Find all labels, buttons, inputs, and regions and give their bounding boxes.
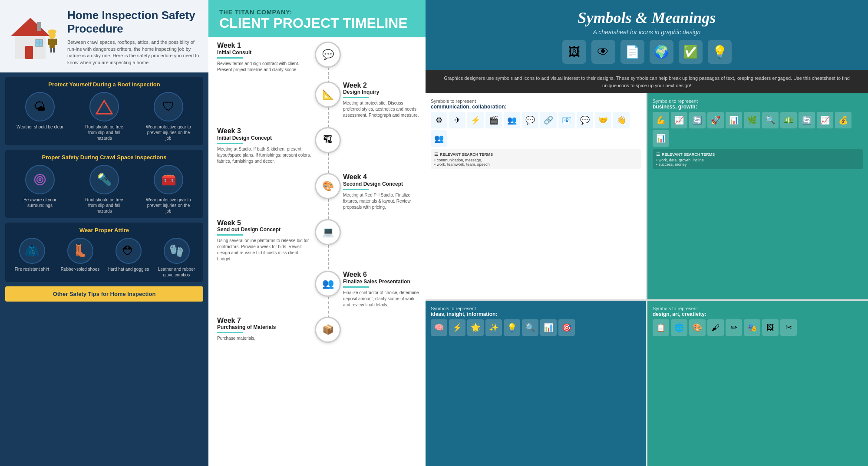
week-7-desc: Purchase materials, bbox=[217, 335, 313, 341]
icon-gloves: 🧤 Leather and rubber glove combos bbox=[154, 238, 199, 278]
week-3-circle: 🏗 bbox=[315, 127, 341, 153]
week-7-title: Week 7 bbox=[217, 317, 313, 325]
timeline-container: Week 1 Initial Consult Review terms and … bbox=[217, 37, 417, 351]
comm-icon-9: 💬 bbox=[577, 112, 593, 128]
week-3-bar bbox=[217, 143, 243, 144]
svg-marker-15 bbox=[96, 101, 112, 114]
week-7-row: Week 7 Purchasing of Materials Purchase … bbox=[217, 317, 417, 343]
design-icon-2: 🌐 bbox=[671, 319, 687, 336]
biz-search-box: RELEVANT SEARCH TERMS • work, data, grow… bbox=[653, 149, 863, 169]
week-7-center: 📦 bbox=[313, 317, 343, 343]
section-roof: Protect Yourself During a Roof Inspectio… bbox=[5, 77, 203, 145]
icon-toolbox: 🧰 Wear protective gear to prevent injuri… bbox=[145, 165, 192, 214]
design-icon-1: 📋 bbox=[653, 319, 669, 336]
comm-search-title: RELEVANT SEARCH TERMS bbox=[434, 152, 637, 157]
weather-icon-circle: 🌤 bbox=[25, 92, 55, 121]
week-1-title: Week 1 bbox=[217, 42, 313, 49]
section-roof-title: Protect Yourself During a Roof Inspectio… bbox=[10, 81, 199, 88]
comm-icon-1: ⚙ bbox=[431, 112, 447, 128]
week-7-circle: 📦 bbox=[315, 317, 341, 343]
symbols-top-icon-5: ✅ bbox=[679, 40, 703, 64]
comm-search-term-1: • communication, message, bbox=[434, 158, 637, 162]
week-5-desc: Using several online platforms to releas… bbox=[217, 238, 313, 262]
shoes-icon-circle: 👢 bbox=[67, 238, 93, 264]
week-3-row: Week 3 Initial Design Concept Meeting at… bbox=[217, 127, 417, 164]
week-6-title: Week 6 bbox=[343, 271, 421, 279]
symbols-top-icon-1: 🖼 bbox=[562, 40, 586, 64]
section-attire-title: Wear Proper Attire bbox=[10, 227, 199, 233]
icon-flashlight: 🔦 Roof should be free from slip-and-fall… bbox=[80, 165, 128, 214]
panel1-header-text: Home Inspection Safety Procedure Between… bbox=[67, 9, 200, 66]
panel1-subtitle: Between crawl spaces, rooftops, attics, … bbox=[67, 39, 200, 66]
shirt-icon-label: Fire resistant shirt bbox=[15, 266, 49, 272]
protection-icon-circle: 🛡 bbox=[154, 92, 183, 121]
week-2-center: 📐 bbox=[313, 82, 343, 108]
timeline-title: CLIENT PROJECT TIMELINE bbox=[219, 16, 415, 31]
quadrant-design-icons: 📋 🌐 🎨 🖌 ✏ 🎭 🖼 ✂ bbox=[653, 319, 863, 336]
week-5-bar bbox=[217, 234, 243, 236]
biz-icon-3: 🔄 bbox=[689, 112, 706, 128]
svg-marker-1 bbox=[11, 18, 50, 36]
week-4-bar bbox=[343, 189, 369, 190]
week-1-row: Week 1 Initial Consult Review terms and … bbox=[217, 42, 417, 73]
ideas-icon-5: 💡 bbox=[504, 319, 520, 336]
symbols-subtitle: A cheatsheet for icons in graphic design bbox=[436, 29, 857, 36]
week-1-desc: Review terms and sign contract with clie… bbox=[217, 61, 313, 73]
design-icon-6: 🎭 bbox=[744, 319, 760, 336]
timeline-company: THE TITAN COMPANY: bbox=[219, 9, 415, 16]
ideas-icon-8: 🎯 bbox=[558, 319, 575, 336]
icon-protection: 🛡 Wear protective gear to prevent injuri… bbox=[145, 92, 192, 141]
week-5-center: 💻 bbox=[313, 219, 343, 245]
surroundings-icon-label: Be aware of your surroundings bbox=[16, 197, 64, 208]
quadrant-communication: Symbols to represent communication, coll… bbox=[426, 93, 646, 299]
weather-icon-label: Weather should be clear bbox=[17, 124, 63, 130]
roof-icon-label: Roof should be free from slip-and-fall h… bbox=[80, 124, 128, 141]
week-4-sub: Second Design Concept bbox=[343, 181, 421, 187]
svg-rect-12 bbox=[53, 48, 55, 53]
panel2-content: Week 1 Initial Consult Review terms and … bbox=[208, 37, 426, 466]
svg-rect-6 bbox=[37, 22, 41, 31]
biz-icon-5: 📊 bbox=[726, 112, 742, 128]
svg-point-19 bbox=[39, 179, 41, 180]
biz-search-title: RELEVANT SEARCH TERMS bbox=[656, 152, 859, 157]
biz-icon-8: 💵 bbox=[780, 112, 797, 128]
week-4-circle: 🎨 bbox=[315, 173, 341, 199]
week-5-circle: 💻 bbox=[315, 219, 341, 245]
toolbox-icon-label: Wear protective gear to prevent injuries… bbox=[145, 197, 192, 214]
shirt-icon-circle: 🧥 bbox=[19, 238, 45, 264]
comm-icon-11: 👋 bbox=[613, 112, 630, 128]
comm-icon-10: 🤝 bbox=[595, 112, 611, 128]
week-6-center: 👥 bbox=[313, 271, 343, 297]
panel2-header: THE TITAN COMPANY: CLIENT PROJECT TIMELI… bbox=[208, 0, 426, 37]
biz-icon-6: 🌿 bbox=[744, 112, 760, 128]
ideas-icon-7: 📊 bbox=[540, 319, 557, 336]
week-6-row: 👥 Week 6 Finalize Sales Presentation Fin… bbox=[217, 271, 417, 308]
week-1-sub: Initial Consult bbox=[217, 49, 313, 56]
section-crawl-icons: Be aware of your surroundings 🔦 Roof sho… bbox=[10, 165, 199, 214]
week-7-sub: Purchasing of Materials bbox=[217, 324, 313, 330]
week-5-row: Week 5 Send out Design Concept Using sev… bbox=[217, 219, 417, 263]
quadrant-ideas: Symbols to represent ideas, insight, inf… bbox=[426, 301, 646, 466]
panel3-grid: Symbols to represent communication, coll… bbox=[426, 93, 868, 466]
biz-icon-1: 💪 bbox=[653, 112, 669, 128]
comm-icon-12: 👥 bbox=[431, 130, 447, 147]
quadrant-design-bold: design, art, creativity: bbox=[653, 311, 863, 317]
week-4-center: 🎨 bbox=[313, 173, 343, 199]
biz-search-term-1: • work, data, growth, incline bbox=[656, 158, 859, 162]
week-2-desc: Meeting at project site. Discuss preferr… bbox=[343, 100, 421, 118]
ideas-icon-2: ⚡ bbox=[449, 319, 465, 336]
comm-search-box: RELEVANT SEARCH TERMS • communication, m… bbox=[431, 149, 641, 169]
flashlight-icon-label: Roof should be free from slip-and-fall h… bbox=[80, 197, 128, 214]
week-7-left: Week 7 Purchasing of Materials Purchase … bbox=[217, 317, 313, 342]
comm-icon-6: 💬 bbox=[522, 112, 538, 128]
biz-search-term-2: • success, money bbox=[656, 162, 859, 167]
design-icon-4: 🖌 bbox=[707, 319, 724, 336]
panel1-bottom-title: Other Safety Tips for Home Inspection bbox=[10, 291, 198, 297]
comm-icon-2: ✈ bbox=[449, 112, 465, 128]
week-6-sub: Finalize Sales Presentation bbox=[343, 279, 421, 285]
week-4-title: Week 4 bbox=[343, 173, 421, 181]
quadrant-ideas-title: Symbols to represent ideas, insight, inf… bbox=[431, 306, 641, 317]
house-illustration bbox=[9, 13, 61, 61]
gloves-icon-circle: 🧤 bbox=[164, 238, 190, 264]
biz-icon-2: 📈 bbox=[671, 112, 687, 128]
